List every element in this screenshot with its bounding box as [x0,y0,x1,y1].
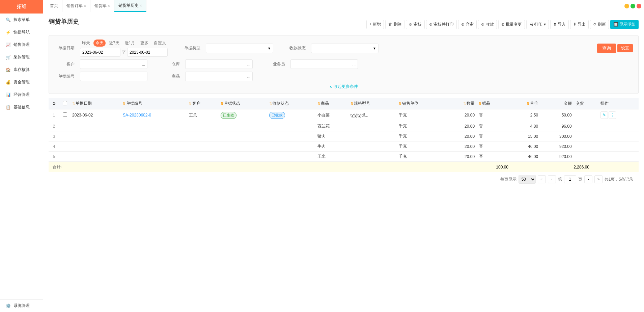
th-goods[interactable]: ⇅ 商品 [315,98,348,109]
import-button[interactable]: ⬆ 导入 [550,20,569,29]
cell-docstatus [219,141,267,152]
sidebar-item-system[interactable]: ⚙️ 系统管理 [0,300,43,312]
sidebar-item-sales[interactable]: 📈 销售管理 [0,38,43,51]
edit-action[interactable]: ✎ [600,111,608,119]
cell-action [598,141,639,152]
staff-input[interactable] [293,62,353,67]
collect-button[interactable]: ⊙ 收款 [478,20,497,29]
setting-button[interactable]: 设置 [617,44,633,52]
show-detail-button[interactable]: 🔲 显示明细 [610,20,639,29]
cell-action [598,121,639,131]
row-checkbox[interactable] [63,112,67,117]
th-pay-status[interactable]: ⇅ 收款状态 [267,98,315,109]
data-table: ⚙ ⇅ 单据日期 [49,98,639,162]
tab-home[interactable]: 首页 [46,0,62,12]
staff-input-wrap[interactable]: ... [290,59,358,69]
date-from-input[interactable] [80,48,120,57]
doc-type-select[interactable]: ▾ [206,44,273,53]
th-checkbox[interactable] [59,98,70,109]
date-to-input[interactable] [127,48,168,57]
tab-sales-delivery[interactable]: 销货单 × [90,0,114,12]
goods-input-wrap[interactable]: ... [185,72,253,81]
date-tab-more[interactable]: 更多 [138,40,150,47]
date-tab-1month[interactable]: 近1月 [123,40,137,47]
date-tab-today[interactable]: 今天 [93,40,106,47]
tab-sales-order-close[interactable]: × [84,4,86,8]
th-unit-price[interactable]: ⇅ 单价 [508,98,540,109]
tab-sales-delivery-close[interactable]: × [108,4,110,8]
tab-sales-history-close[interactable]: × [140,4,142,7]
page-input[interactable] [564,175,576,183]
date-tab-custom[interactable]: 自定义 [152,40,168,47]
goods-more-icon[interactable]: ... [247,74,250,78]
sidebar-item-search-menu[interactable]: 🔍 搜索菜单 [0,14,43,26]
sidebar-item-operations[interactable]: 📊 经营管理 [0,88,43,101]
new-button[interactable]: + 新增 [366,20,384,29]
th-date[interactable]: ⇅ 单据日期 [70,98,121,109]
th-doc-no[interactable]: ⇅ 单据编号 [121,98,187,109]
customer-input-wrap[interactable]: ... [80,59,147,69]
warehouse-input[interactable] [188,62,247,67]
sidebar-label-quick: 快捷导航 [13,29,30,35]
sidebar-item-finance[interactable]: 💰 资金管理 [0,76,43,88]
batch-change-button[interactable]: ⊙ 批量变更 [498,20,525,29]
cell-checkbox[interactable] [59,131,70,141]
cell-checkbox[interactable] [59,152,70,162]
more-action[interactable]: ⋮ [609,111,616,119]
sidebar-item-base-info[interactable]: 📋 基础信息 [0,101,43,113]
th-unit[interactable]: ⇅ 销售单位 [397,98,445,109]
cell-checkbox[interactable] [59,141,70,152]
sidebar-item-quick-nav[interactable]: ⚡ 快捷导航 [0,26,43,38]
th-gift[interactable]: ⇅ 赠品 [477,98,508,109]
cell-goods: 小白菜 [315,109,348,121]
next-page-button[interactable]: › [584,175,592,183]
warehouse-label: 仓库 [160,61,180,67]
last-page-button[interactable]: » [594,175,603,183]
sidebar-item-purchase[interactable]: 🛒 采购管理 [0,51,43,63]
pay-status-select[interactable]: ▾ [311,44,379,53]
collapse-button[interactable]: ∧ 收起更多条件 [54,84,633,89]
th-transaction[interactable]: 交货 [574,98,599,109]
warehouse-input-wrap[interactable]: ... [185,59,253,69]
abandon-button[interactable]: ⊙ 弃审 [458,20,477,29]
close-button[interactable] [637,4,641,8]
minimize-button[interactable] [624,4,629,8]
staff-more-icon[interactable]: ... [353,62,356,66]
th-amount[interactable]: 金额 [540,98,574,109]
date-tab-yesterday[interactable]: 昨天 [80,40,92,47]
query-button[interactable]: 查询 [597,44,616,53]
review-print-button[interactable]: ⊙ 审核并打印 [426,20,457,29]
cell-transaction [574,109,599,121]
cell-customer [187,141,219,152]
review-button[interactable]: ⊙ 审核 [406,20,424,29]
customer-more-icon[interactable]: ... [142,62,145,66]
export-button[interactable]: ⬇ 导出 [570,20,589,29]
sidebar-item-inventory[interactable]: 🏠 库存核算 [0,63,43,76]
tab-sales-order[interactable]: 销售订单 × [62,0,90,12]
maximize-button[interactable] [631,4,635,8]
th-customer[interactable]: ⇅ 客户 [187,98,219,109]
th-spec[interactable]: ⇅ 规格型号 [348,98,397,109]
date-tab-7days[interactable]: 近7天 [107,40,121,47]
warehouse-more-icon[interactable]: ... [247,62,250,66]
tab-sales-history[interactable]: 销货单历史 × [114,0,146,12]
first-page-button[interactable]: « [538,175,546,183]
prev-page-button[interactable]: ‹ [548,175,556,183]
select-all-checkbox[interactable] [63,101,67,105]
th-doc-status[interactable]: ⇅ 单据状态 [219,98,267,109]
th-settings[interactable]: ⚙ [49,98,59,109]
doc-no-input[interactable] [80,72,147,81]
print-button[interactable]: 🖨 打印 ▾ [526,20,549,29]
th-paystatus-sort: ⇅ 收款状态 [269,101,289,106]
customer-input[interactable] [82,62,142,67]
goods-input[interactable] [188,74,247,79]
th-quantity[interactable]: ⇅ 数量 [445,98,477,109]
refresh-button[interactable]: ↻ 刷新 [590,20,609,29]
page-size-select[interactable]: 50 100 [519,175,536,184]
delete-button[interactable]: 🗑 删除 [385,20,404,29]
cell-checkbox[interactable] [59,121,70,131]
sort-icon-qty: ⇅ [463,102,466,105]
th-gift-sort: ⇅ 赠品 [479,101,490,106]
doc-type-label: 单据类型 [180,45,200,51]
cell-checkbox[interactable] [59,109,70,121]
